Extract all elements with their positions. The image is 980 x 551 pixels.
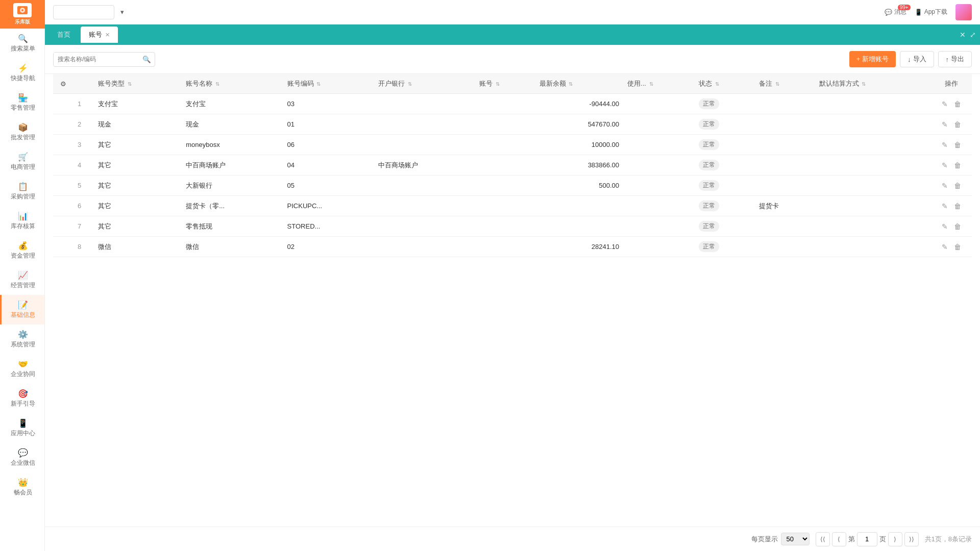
sidebar-item-inventory-mgmt[interactable]: 📊 库存核算 bbox=[0, 206, 44, 236]
sidebar-item-wholesale-mgmt[interactable]: 📦 批发管理 bbox=[0, 117, 44, 147]
col-account-no[interactable]: 账号 ⇅ bbox=[475, 74, 535, 94]
topbar-dropdown[interactable]: ▾ bbox=[120, 8, 124, 16]
main-area: ▾ 💬 消息 99+ 📱 App下载 首页 账号 ✕ bbox=[45, 0, 980, 551]
row-bank bbox=[374, 94, 475, 114]
sidebar-item-retail-mgmt[interactable]: 🏪 零售管理 bbox=[0, 88, 44, 117]
import-label: 导入 bbox=[913, 55, 926, 64]
row-default-settlement bbox=[815, 155, 931, 176]
row-index: 5 bbox=[74, 176, 94, 196]
sidebar-item-enterprise-agreement[interactable]: 🤝 企业协同 bbox=[0, 354, 44, 384]
col-balance[interactable]: 最新余额 ⇅ bbox=[535, 74, 623, 94]
sidebar-item-new-guide[interactable]: 🎯 新手引导 bbox=[0, 384, 44, 413]
row-index: 3 bbox=[74, 135, 94, 155]
export-button[interactable]: ↑ 导出 bbox=[938, 51, 972, 67]
sidebar-item-basic-info[interactable]: 📝 基础信息 bbox=[0, 295, 44, 324]
row-default-settlement bbox=[815, 237, 931, 257]
import-button[interactable]: ↓ 导入 bbox=[900, 51, 934, 67]
col-default-settlement-label: 默认结算方式 bbox=[819, 80, 859, 87]
row-edit-button[interactable]: ✎ bbox=[940, 160, 950, 170]
row-delete-button[interactable]: 🗑 bbox=[952, 119, 963, 130]
row-delete-button[interactable]: 🗑 bbox=[952, 99, 963, 109]
row-account bbox=[475, 176, 535, 196]
row-type: 支付宝 bbox=[94, 94, 182, 114]
sidebar-item-ops-mgmt[interactable]: 📈 经营管理 bbox=[0, 265, 44, 295]
sort-status-icon: ⇅ bbox=[715, 81, 719, 87]
row-status: 正常 bbox=[695, 114, 755, 135]
row-code: PICKUPC... bbox=[283, 196, 375, 216]
sidebar-item-capital-mgmt[interactable]: 💰 资金管理 bbox=[0, 236, 44, 265]
sidebar-item-purchase-mgmt[interactable]: 📋 采购管理 bbox=[0, 177, 44, 206]
col-usage[interactable]: 使用... ⇅ bbox=[623, 74, 695, 94]
search-button[interactable]: 🔍 bbox=[138, 53, 155, 66]
sidebar-item-app-center[interactable]: 📱 应用中心 bbox=[0, 413, 44, 443]
col-account-type[interactable]: 账号类型 ⇅ bbox=[94, 74, 182, 94]
sidebar-item-wholesale-label: 批发管理 bbox=[4, 133, 42, 142]
row-checkbox-cell bbox=[53, 216, 74, 237]
row-note bbox=[755, 155, 815, 176]
sidebar-item-ecommerce-mgmt[interactable]: 🛒 电商管理 bbox=[0, 147, 44, 177]
row-edit-button[interactable]: ✎ bbox=[940, 140, 950, 150]
row-account bbox=[475, 135, 535, 155]
sidebar-item-quick-nav[interactable]: ⚡ 快捷导航 bbox=[0, 58, 44, 88]
tab-home[interactable]: 首页 bbox=[49, 27, 79, 43]
row-edit-button[interactable]: ✎ bbox=[940, 119, 950, 130]
row-balance: 500.00 bbox=[535, 176, 623, 196]
row-checkbox-cell bbox=[53, 94, 74, 114]
row-edit-button[interactable]: ✎ bbox=[940, 221, 950, 232]
row-edit-button[interactable]: ✎ bbox=[940, 242, 950, 252]
row-edit-button[interactable]: ✎ bbox=[940, 181, 950, 191]
page-size-select[interactable]: 50 10 20 100 bbox=[781, 533, 810, 545]
col-bank[interactable]: 开户银行 ⇅ bbox=[374, 74, 475, 94]
add-account-button[interactable]: + 新增账号 bbox=[849, 51, 896, 67]
row-delete-button[interactable]: 🗑 bbox=[952, 140, 963, 150]
vip-member-icon: 👑 bbox=[4, 478, 42, 487]
sidebar-item-search-menu[interactable]: 🔍 搜索菜单 bbox=[0, 29, 44, 58]
row-account bbox=[475, 237, 535, 257]
accounts-table: ⚙ 账号类型 ⇅ 账号名称 ⇅ 账号编码 ⇅ bbox=[53, 74, 972, 257]
row-type: 其它 bbox=[94, 196, 182, 216]
row-delete-button[interactable]: 🗑 bbox=[952, 221, 963, 232]
topbar-message-button[interactable]: 💬 消息 99+ bbox=[885, 8, 906, 16]
row-balance bbox=[535, 196, 623, 216]
row-delete-button[interactable]: 🗑 bbox=[952, 160, 963, 170]
row-index: 2 bbox=[74, 114, 94, 135]
topbar-avatar[interactable] bbox=[955, 4, 972, 20]
row-delete-button[interactable]: 🗑 bbox=[952, 242, 963, 252]
topbar-search-input[interactable] bbox=[53, 5, 114, 19]
sidebar-item-enterprise-wechat[interactable]: 💬 企业微信 bbox=[0, 443, 44, 472]
row-balance: 383866.00 bbox=[535, 155, 623, 176]
tab-accounts[interactable]: 账号 ✕ bbox=[81, 27, 118, 43]
account-search-input[interactable] bbox=[54, 53, 138, 66]
row-edit-button[interactable]: ✎ bbox=[940, 99, 950, 109]
col-actions-label: 操作 bbox=[945, 80, 958, 87]
page-next-button[interactable]: ⟩ bbox=[888, 532, 902, 546]
sidebar-item-vip-member-label: 畅会员 bbox=[4, 488, 42, 497]
sidebar-item-capital-label: 资金管理 bbox=[4, 252, 42, 260]
sort-usage-icon: ⇅ bbox=[649, 81, 653, 87]
col-default-settlement[interactable]: 默认结算方式 ⇅ bbox=[815, 74, 931, 94]
page-last-button[interactable]: ⟩⟩ bbox=[904, 532, 919, 546]
pagination-info: 每页显示 50 10 20 100 bbox=[751, 533, 810, 545]
tab-accounts-close[interactable]: ✕ bbox=[105, 32, 110, 38]
page-prev-button[interactable]: ⟨ bbox=[832, 532, 846, 546]
page-first-button[interactable]: ⟨⟨ bbox=[816, 532, 830, 546]
col-account-code[interactable]: 账号编码 ⇅ bbox=[283, 74, 375, 94]
sidebar-item-vip-member[interactable]: 👑 畅会员 bbox=[0, 472, 44, 502]
col-status[interactable]: 状态 ⇅ bbox=[695, 74, 755, 94]
topbar-right: 💬 消息 99+ 📱 App下载 bbox=[885, 4, 972, 20]
topbar-app-download[interactable]: 📱 App下载 bbox=[915, 8, 947, 16]
sidebar-item-system-mgmt[interactable]: ⚙️ 系统管理 bbox=[0, 324, 44, 354]
row-default-settlement bbox=[815, 135, 931, 155]
row-actions: ✎ 🗑 bbox=[931, 135, 972, 155]
page-input[interactable] bbox=[857, 532, 877, 546]
tab-fullscreen-icon[interactable]: ⤢ bbox=[970, 31, 976, 39]
row-default-settlement bbox=[815, 196, 931, 216]
tab-close-all-icon[interactable]: ✕ bbox=[960, 31, 966, 39]
row-edit-button[interactable]: ✎ bbox=[940, 201, 950, 211]
col-account-name[interactable]: 账号名称 ⇅ bbox=[182, 74, 283, 94]
col-setting[interactable]: ⚙ bbox=[53, 74, 74, 94]
col-note[interactable]: 备注 ⇅ bbox=[755, 74, 815, 94]
row-delete-button[interactable]: 🗑 bbox=[952, 181, 963, 191]
row-code: STORED... bbox=[283, 216, 375, 237]
row-delete-button[interactable]: 🗑 bbox=[952, 201, 963, 211]
